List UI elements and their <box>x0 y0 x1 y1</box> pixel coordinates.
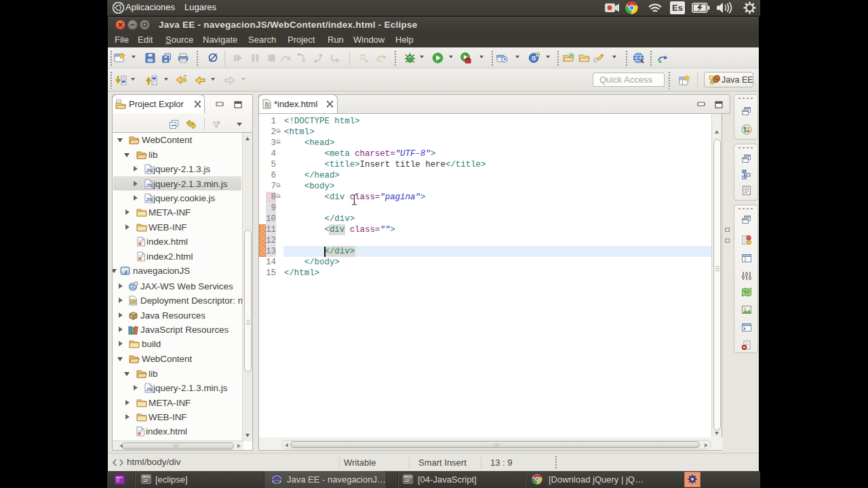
svg-text:S: S <box>532 54 536 62</box>
